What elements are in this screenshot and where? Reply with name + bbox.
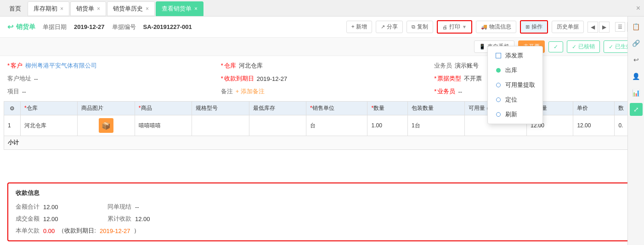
tab-sales-history-close[interactable]: × xyxy=(146,6,149,12)
sold-out-button[interactable]: ✓ 已核销 xyxy=(567,40,600,53)
deal-amount-label: 成交金额 xyxy=(16,215,40,223)
col-spec: 规格型号 xyxy=(192,102,249,115)
customer-value[interactable]: 柳州粤港平安气体有限公司 xyxy=(25,62,97,70)
deal-amount-item: 成交金额 12.00 xyxy=(16,215,89,223)
subtotal-label: 小计 xyxy=(4,136,640,150)
sidebar-clipboard-icon[interactable]: 📋 xyxy=(630,20,643,33)
dropdown-available-extract[interactable]: 可用量提取 xyxy=(488,78,542,92)
col-min-stock: 最低库存 xyxy=(249,102,306,115)
check-button[interactable]: ✓ xyxy=(548,41,563,52)
operate-button[interactable]: ⊞ 操作 xyxy=(520,20,548,34)
col-image: 商品图片 xyxy=(78,102,135,115)
sidebar-return-icon[interactable]: ↩ xyxy=(630,53,643,66)
warehouse-value: 河北仓库 xyxy=(239,62,263,70)
payment-info-title: 收款信息 xyxy=(16,189,628,197)
list-view-icon[interactable]: ☰ xyxy=(615,22,625,32)
tab-view-sales[interactable]: 查看销货单 × xyxy=(156,1,203,16)
tab-home-label: 首页 xyxy=(9,5,21,13)
tab-inventory-close[interactable]: × xyxy=(60,6,63,12)
tab-sales-close[interactable]: × xyxy=(97,6,100,12)
locate-icon xyxy=(495,97,502,103)
project-label: 项目 xyxy=(7,87,19,96)
tab-home[interactable]: 首页 xyxy=(4,1,27,16)
row-image: 📦 xyxy=(78,115,135,136)
dropdown-refresh[interactable]: 刷新 xyxy=(488,107,542,122)
tab-view-sales-close[interactable]: × xyxy=(194,6,198,12)
amount-total-value: 12.00 xyxy=(43,204,58,211)
refresh-icon xyxy=(495,111,502,118)
due-date-value: 2019-12-27 xyxy=(100,228,130,234)
dropdown-add-invoice[interactable]: 添发票 xyxy=(488,48,542,63)
remark-field: 备注 + 添加备注 xyxy=(221,87,424,96)
no-label: 单据编号 xyxy=(112,23,136,31)
row-qty: 1.00 xyxy=(367,115,407,136)
row-min-stock xyxy=(249,115,306,136)
new-button[interactable]: + 新增 xyxy=(346,21,372,33)
payment-info-row-2: 成交金额 12.00 累计收款 12.00 xyxy=(16,215,628,223)
add-invoice-icon xyxy=(495,52,502,59)
address-value: -- xyxy=(34,75,38,82)
main-content: ↩ 销货单 单据日期 2019-12-27 单据编号 SA-20191227-0… xyxy=(0,17,644,245)
project-field: 项目 -- xyxy=(7,87,210,96)
deal-amount-value: 12.00 xyxy=(43,216,58,222)
staff2-value: -- xyxy=(458,88,462,95)
row-pack-qty: 1台 xyxy=(407,115,464,136)
dropdown-locate[interactable]: 定位 xyxy=(488,92,542,107)
current-due-label: 本单欠款 xyxy=(16,227,40,235)
col-warehouse: *仓库 xyxy=(21,102,78,115)
due-date-parens: （收款到期日: xyxy=(58,227,96,235)
current-due-value: 0.00 xyxy=(43,228,55,234)
col-price: 单价 xyxy=(573,102,615,115)
col-gear: ⚙ xyxy=(4,102,21,115)
table-row: 1 河北仓库 📦 嘻嘻嘻嘻 台 1.00 1台 12.00 12.00 xyxy=(4,115,640,136)
col-pack-qty: 包装数量 xyxy=(407,102,464,115)
row-spec xyxy=(192,115,249,136)
customer-field: *客户 柳州粤港平安气体有限公司 xyxy=(7,62,210,70)
date-value: 2019-12-27 xyxy=(74,23,105,30)
sidebar-expand-icon[interactable]: ⤢ xyxy=(630,103,643,116)
sidebar-chart-icon[interactable]: 📊 xyxy=(630,86,643,99)
col-unit: *销售单位 xyxy=(306,102,367,115)
payment-due-label: *收款到期日 xyxy=(221,74,254,83)
project-value: -- xyxy=(22,88,26,95)
payment-info-row-1: 金额合计 12.00 同单现结 -- xyxy=(16,203,628,211)
payment-due-field: *收款到期日 2019-12-27 xyxy=(221,74,424,83)
ticket-type-label: *票据类型 xyxy=(434,74,461,83)
window-close-button[interactable]: × xyxy=(636,4,640,12)
row-warehouse: 河北仓库 xyxy=(21,115,78,136)
accumulated-label: 累计收款 xyxy=(107,215,131,223)
copy-button[interactable]: ⧉ 复制 xyxy=(407,21,433,33)
tab-sales[interactable]: 销货单 × xyxy=(70,1,106,16)
next-arrow[interactable]: ▶ xyxy=(599,22,610,33)
payment-due-value: 2019-12-27 xyxy=(257,75,288,82)
history-button[interactable]: 历史单据 xyxy=(552,21,584,33)
doc-meta: 单据日期 2019-12-27 单据编号 SA-20191227-001 xyxy=(43,23,192,31)
logistics-button[interactable]: 🚚 物流信息 xyxy=(476,21,516,33)
toolbar-row: 📱 来自手机 未开票 ✓ ✓ 已核销 ✓ 已生效 xyxy=(0,38,644,56)
sidebar-link-icon[interactable]: 🔗 xyxy=(630,37,643,50)
doc-title: 销货单 xyxy=(16,23,35,31)
dropdown-out-warehouse[interactable]: 出库 xyxy=(488,63,542,78)
doc-title-section: ↩ 销货单 xyxy=(7,23,35,31)
col-product: *商品 xyxy=(135,102,192,115)
sidebar-user-icon[interactable]: 👤 xyxy=(630,70,643,83)
add-remark-button[interactable]: + 添加备注 xyxy=(236,87,265,96)
amount-total-item: 金额合计 12.00 xyxy=(16,203,89,211)
print-button[interactable]: 🖨 打印 ▼ xyxy=(437,20,472,34)
available-extract-icon xyxy=(495,82,502,88)
amount-total-label: 金额合计 xyxy=(16,203,40,211)
tab-inventory-label: 库存期初 xyxy=(34,5,57,13)
tab-inventory[interactable]: 库存期初 × xyxy=(28,1,69,16)
address-label: 客户地址 xyxy=(7,74,31,83)
address-field: 客户地址 -- xyxy=(7,74,210,83)
remark-label: 备注 xyxy=(221,87,233,96)
staff-label: 业务员 xyxy=(434,62,452,70)
row-unit: 台 xyxy=(306,115,367,136)
payment-info-row-3: 本单欠款 0.00 （收款到期日: 2019-12-27 ） xyxy=(16,227,628,235)
no-value: SA-20191227-001 xyxy=(143,23,192,30)
prev-arrow[interactable]: ◀ xyxy=(588,22,598,33)
payment-info-box: 收款信息 金额合计 12.00 同单现结 -- 成交金额 12.00 累计收款 xyxy=(7,182,637,241)
accumulated-item: 累计收款 12.00 xyxy=(107,215,181,223)
share-button[interactable]: ↗ 分享 xyxy=(376,21,403,33)
tab-sales-history[interactable]: 销货单历史 × xyxy=(107,1,155,16)
